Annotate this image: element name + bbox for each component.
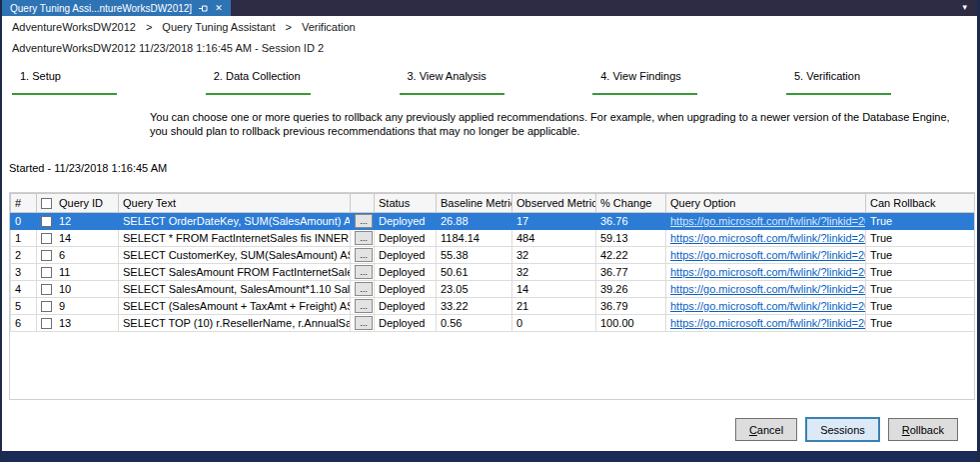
row-number-cell: 2: [11, 247, 37, 264]
baseline-metric-cell: 1184.14: [437, 230, 512, 247]
row-number-cell: 0: [11, 213, 37, 230]
percent-change-cell: 100.00: [596, 315, 666, 332]
query-option-link[interactable]: https://go.microsoft.com/fwlink/?linkid=…: [670, 249, 866, 261]
col-can-rollback[interactable]: Can Rollback: [866, 194, 975, 213]
query-text-cell: SELECT SalesAmount, SalesAmount*1.10 Sal…: [119, 281, 351, 298]
breadcrumb-item-assistant[interactable]: Query Tuning Assistant: [162, 21, 275, 33]
query-option-link[interactable]: https://go.microsoft.com/fwlink/?linkid=…: [670, 266, 866, 278]
step-setup[interactable]: 1. Setup: [12, 70, 117, 95]
row-checkbox[interactable]: [41, 250, 52, 261]
baseline-metric-cell: 50.61: [437, 264, 512, 281]
footer-buttons: Cancel Sessions Rollback: [735, 418, 958, 441]
table-row[interactable]: 1 14 SELECT * FROM FactInternetSales fis…: [11, 230, 975, 247]
close-icon[interactable]: ✕: [215, 4, 223, 13]
query-option-cell: https://go.microsoft.com/fwlink/?linkid=…: [666, 298, 866, 315]
col-observed-metric[interactable]: Observed Metric: [512, 194, 596, 213]
query-id-cell: 14: [37, 230, 119, 247]
percent-change-cell: 59.13: [596, 230, 666, 247]
row-checkbox[interactable]: [41, 284, 52, 295]
query-option-cell: https://go.microsoft.com/fwlink/?linkid=…: [666, 264, 866, 281]
document-tabstrip: Query Tuning Assi...ntureWorksDW2012] ✕ …: [2, 0, 977, 16]
observed-metric-cell: 14: [512, 281, 596, 298]
select-all-checkbox[interactable]: [41, 198, 52, 209]
options-cell: ...: [351, 264, 375, 281]
col-query-option[interactable]: Query Option: [666, 194, 866, 213]
breadcrumb-item-verification[interactable]: Verification: [302, 21, 356, 33]
session-title: AdventureWorksDW2012 11/23/2018 1:16:45 …: [12, 42, 324, 54]
percent-change-cell: 36.79: [596, 298, 666, 315]
table-row[interactable]: 0 12 SELECT OrderDateKey, SUM(SalesAmoun…: [11, 213, 975, 230]
query-option-link[interactable]: https://go.microsoft.com/fwlink/?linkid=…: [670, 317, 866, 329]
options-cell: ...: [351, 213, 375, 230]
col-baseline-metric[interactable]: Baseline Metric: [437, 194, 512, 213]
started-label: Started - 11/23/2018 1:16:45 AM: [9, 162, 167, 174]
options-cell: ...: [351, 298, 375, 315]
table-row[interactable]: 3 11 SELECT SalesAmount FROM FactInterne…: [11, 264, 975, 281]
percent-change-cell: 42.22: [596, 247, 666, 264]
row-checkbox[interactable]: [41, 216, 52, 227]
observed-metric-cell: 0: [512, 315, 596, 332]
row-checkbox[interactable]: [41, 267, 52, 278]
query-option-link[interactable]: https://go.microsoft.com/fwlink/?linkid=…: [670, 232, 866, 244]
percent-change-cell: 39.26: [596, 281, 666, 298]
row-options-button[interactable]: ...: [355, 231, 373, 245]
table-row[interactable]: 2 6 SELECT CustomerKey, SUM(SalesAmount)…: [11, 247, 975, 264]
wizard-steps: 1. Setup 2. Data Collection 3. View Anal…: [12, 70, 891, 95]
query-id-cell: 6: [37, 247, 119, 264]
step-data-collection[interactable]: 2. Data Collection: [206, 70, 311, 95]
query-option-link[interactable]: https://go.microsoft.com/fwlink/?linkid=…: [670, 215, 866, 227]
table-row[interactable]: 6 13 SELECT TOP (10) r.ResellerName, r.A…: [11, 315, 975, 332]
step-progress-line: [592, 93, 697, 95]
sessions-button[interactable]: Sessions: [806, 418, 879, 441]
query-option-link[interactable]: https://go.microsoft.com/fwlink/?linkid=…: [670, 283, 866, 295]
status-cell: Deployed: [375, 247, 437, 264]
row-checkbox[interactable]: [41, 318, 52, 329]
baseline-metric-cell: 0.56: [437, 315, 512, 332]
status-cell: Deployed: [375, 315, 437, 332]
row-checkbox[interactable]: [41, 301, 52, 312]
baseline-metric-cell: 33.22: [437, 298, 512, 315]
breadcrumb: AdventureWorksDW2012>Query Tuning Assist…: [12, 21, 356, 33]
row-options-button[interactable]: ...: [355, 316, 373, 330]
step-view-findings[interactable]: 4. View Findings: [592, 70, 697, 95]
step-view-analysis[interactable]: 3. View Analysis: [400, 70, 504, 95]
row-number-cell: 4: [11, 281, 37, 298]
can-rollback-cell: True: [866, 230, 975, 247]
document-tab[interactable]: Query Tuning Assi...ntureWorksDW2012] ✕: [2, 0, 231, 16]
step-verification[interactable]: 5. Verification: [786, 70, 891, 95]
step-description: You can choose one or more queries to ro…: [150, 110, 967, 138]
window-list-caret-icon[interactable]: ▾: [962, 2, 967, 12]
observed-metric-cell: 484: [512, 230, 596, 247]
query-text-cell: SELECT TOP (10) r.ResellerName, r.Annual…: [119, 315, 351, 332]
col-query-id[interactable]: Query ID: [37, 194, 119, 213]
col-row-number[interactable]: #: [11, 194, 37, 213]
breadcrumb-item-database[interactable]: AdventureWorksDW2012: [12, 21, 136, 33]
query-option-link[interactable]: https://go.microsoft.com/fwlink/?linkid=…: [670, 300, 866, 312]
status-cell: Deployed: [375, 213, 437, 230]
observed-metric-cell: 32: [512, 264, 596, 281]
step-progress-line: [400, 93, 504, 95]
row-options-button[interactable]: ...: [355, 299, 373, 313]
col-status[interactable]: Status: [375, 194, 437, 213]
row-options-button[interactable]: ...: [355, 282, 373, 296]
can-rollback-cell: True: [866, 264, 975, 281]
row-checkbox[interactable]: [41, 233, 52, 244]
table-row[interactable]: 5 9 SELECT (SalesAmount + TaxAmt + Freig…: [11, 298, 975, 315]
observed-metric-cell: 21: [512, 298, 596, 315]
pin-icon[interactable]: [199, 4, 208, 13]
row-options-button[interactable]: ...: [355, 265, 373, 279]
table-row[interactable]: 4 10 SELECT SalesAmount, SalesAmount*1.1…: [11, 281, 975, 298]
row-number-cell: 1: [11, 230, 37, 247]
col-query-text[interactable]: Query Text: [119, 194, 351, 213]
query-id-cell: 13: [37, 315, 119, 332]
row-options-button[interactable]: ...: [355, 248, 373, 262]
cancel-button[interactable]: Cancel: [735, 418, 797, 441]
observed-metric-cell: 32: [512, 247, 596, 264]
options-cell: ...: [351, 247, 375, 264]
rollback-button[interactable]: Rollback: [888, 418, 958, 441]
can-rollback-cell: True: [866, 281, 975, 298]
col-percent-change[interactable]: % Change: [596, 194, 666, 213]
row-options-button[interactable]: ...: [355, 214, 373, 228]
query-id-cell: 12: [37, 213, 119, 230]
query-option-cell: https://go.microsoft.com/fwlink/?linkid=…: [666, 213, 866, 230]
